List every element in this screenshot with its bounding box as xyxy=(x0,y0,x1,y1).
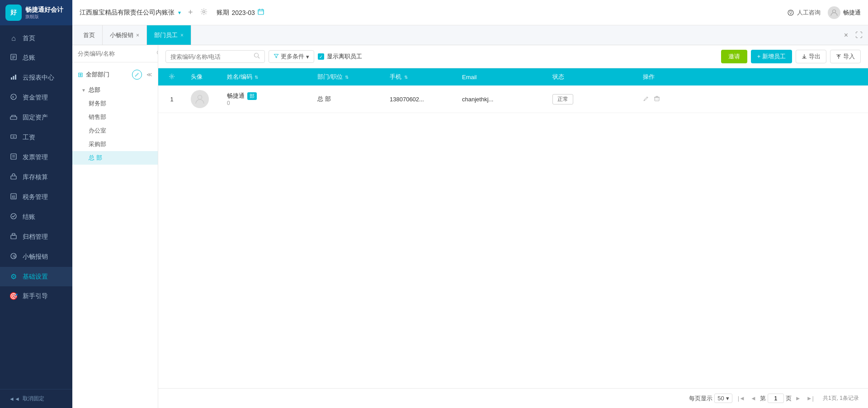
dept-child-office[interactable]: 办公室 xyxy=(72,124,158,138)
first-page-button[interactable]: |◄ xyxy=(736,394,747,403)
phone-sort-icon[interactable]: ⇅ xyxy=(404,75,408,80)
sidebar-item-label: 税务管理 xyxy=(23,193,48,201)
tab-expenses-close[interactable]: × xyxy=(136,32,139,38)
toolbar-right: 邀请 + 新增员工 导出 导入 xyxy=(721,50,861,63)
svg-rect-38 xyxy=(655,97,659,101)
svg-point-30 xyxy=(790,14,791,14)
invite-button[interactable]: 邀请 xyxy=(721,50,747,63)
cell-actions xyxy=(637,85,868,113)
maximize-icon[interactable]: ⛶ xyxy=(854,29,864,41)
status-badge: 正常 xyxy=(552,94,573,104)
dept-child-purchase[interactable]: 采购部 xyxy=(72,138,158,151)
svg-rect-9 xyxy=(10,117,17,119)
tab-expenses[interactable]: 小畅报销 × xyxy=(103,25,147,45)
sidebar-item-assets[interactable]: 固定资产 xyxy=(0,108,72,128)
right-panel: 更多条件 ▾ ✓ 显示离职员工 邀请 + 新增员工 导出 导入 xyxy=(158,45,868,408)
calendar-icon[interactable] xyxy=(258,9,264,16)
dept-child-sales[interactable]: 销售部 xyxy=(72,110,158,124)
sidebar-item-label: 首页 xyxy=(23,34,35,43)
sidebar-item-guide[interactable]: 🎯 新手引导 xyxy=(0,286,72,306)
svg-text:报: 报 xyxy=(12,255,16,258)
tab-employees[interactable]: 部门员工 × xyxy=(147,25,191,45)
sidebar-item-tax[interactable]: 税 税务管理 xyxy=(0,187,72,207)
delete-icon[interactable] xyxy=(654,95,660,103)
left-panel: ⊞ 全部部门 ≪ ▼ 总部 财务部 销售部 xyxy=(72,45,158,408)
import-button[interactable]: 导入 xyxy=(830,50,861,63)
per-page-value: 50 xyxy=(717,395,724,402)
emp-search-icon[interactable] xyxy=(254,52,260,61)
svg-text:税: 税 xyxy=(12,195,15,199)
cell-dept: 总 部 xyxy=(312,85,384,113)
settings-gear-icon[interactable] xyxy=(200,8,208,17)
sidebar-item-funds[interactable]: ¥ 资金管理 xyxy=(0,88,72,108)
topbar-right: 人工咨询 畅捷通 xyxy=(787,6,861,19)
dept-child-label: 销售部 xyxy=(89,114,106,120)
import-label: 导入 xyxy=(843,52,855,61)
edit-icon[interactable] xyxy=(643,95,649,103)
sidebar-item-ledger[interactable]: 总账 xyxy=(0,48,72,68)
sidebar-item-wages[interactable]: 工资 xyxy=(0,128,72,147)
col-phone: 手机 ⇅ xyxy=(384,68,457,85)
table-row: 1 畅捷通 部 0 xyxy=(158,85,868,113)
emp-search-input[interactable] xyxy=(170,53,251,60)
tab-employees-close[interactable]: × xyxy=(180,32,184,38)
cell-email: chanjethkj... xyxy=(457,85,547,113)
consultant-label: 人工咨询 xyxy=(797,9,821,17)
period-label: 账期 xyxy=(217,9,229,17)
emp-search-bar xyxy=(165,50,265,63)
svg-point-19 xyxy=(11,213,16,219)
consultant-button[interactable]: 人工咨询 xyxy=(787,9,821,17)
dept-child-general[interactable]: 总 部 xyxy=(72,151,158,165)
filter-label: 更多条件 xyxy=(281,52,304,61)
sidebar-item-expenses[interactable]: 报 小畅报销 xyxy=(0,247,72,267)
settings-col-icon[interactable] xyxy=(169,74,175,81)
last-page-button[interactable]: ►| xyxy=(805,394,816,403)
name-sort-icon[interactable]: ⇅ xyxy=(255,75,258,80)
dept-edit-button[interactable] xyxy=(132,70,142,80)
svg-point-37 xyxy=(198,95,202,100)
sidebar-item-label: 库存核算 xyxy=(23,173,48,181)
user-info[interactable]: 畅捷通 xyxy=(828,6,861,19)
show-resigned-checkbox[interactable]: ✓ 显示离职员工 xyxy=(318,52,362,61)
svg-text:¥: ¥ xyxy=(12,95,14,99)
emp-name: 畅捷通 xyxy=(227,92,245,100)
home-icon: ⌂ xyxy=(9,34,18,43)
cell-phone: 138070602... xyxy=(384,85,457,113)
dept-search-input[interactable] xyxy=(78,50,154,57)
page-number-input[interactable] xyxy=(768,394,784,403)
sidebar-unpin[interactable]: ◄◄ 取消固定 xyxy=(0,389,72,408)
tab-home[interactable]: 首页 xyxy=(76,25,103,45)
close-tab-icon[interactable]: × xyxy=(842,29,850,41)
dept-collapse-icon[interactable]: ≪ xyxy=(146,71,152,78)
page-suffix: 页 xyxy=(786,394,792,403)
export-button[interactable]: 导出 xyxy=(796,50,826,63)
add-employee-button[interactable]: + 新增员工 xyxy=(751,50,792,63)
sidebar-item-label: 固定资产 xyxy=(23,114,48,122)
dept-search-box xyxy=(72,45,158,62)
dept-sort-icon[interactable]: ⇅ xyxy=(345,75,349,80)
dept-expand-arrow: ▼ xyxy=(81,88,86,93)
logo-icon: 好 xyxy=(5,5,22,21)
sidebar-item-archive[interactable]: 归档管理 xyxy=(0,227,72,247)
dept-parent-headquarters[interactable]: ▼ 总部 xyxy=(72,83,158,97)
sidebar-item-settings[interactable]: ⚙ 基础设置 xyxy=(0,267,72,286)
sidebar-item-home[interactable]: ⌂ 首页 xyxy=(0,29,72,48)
page-size-arrow: ▾ xyxy=(726,395,729,402)
tab-bar-right: × ⛶ xyxy=(842,29,868,41)
company-dropdown-icon[interactable]: ▾ xyxy=(178,9,181,16)
tab-bar: 首页 小畅报销 × 部门员工 × × ⛶ xyxy=(72,25,868,45)
sidebar-item-close-accounts[interactable]: 结账 xyxy=(0,207,72,227)
filter-button[interactable]: 更多条件 ▾ xyxy=(269,50,314,63)
dept-child-finance[interactable]: 财务部 xyxy=(72,97,158,110)
archive-icon xyxy=(9,232,18,242)
all-dept-header[interactable]: ⊞ 全部部门 ≪ xyxy=(72,66,158,83)
next-page-button[interactable]: ► xyxy=(793,394,803,403)
sidebar-item-inventory[interactable]: 库存核算 xyxy=(0,167,72,187)
username-label: 畅捷通 xyxy=(843,9,861,17)
add-company-icon[interactable]: + xyxy=(184,8,197,17)
inventory-icon xyxy=(9,173,18,182)
page-size-dropdown[interactable]: 50 ▾ xyxy=(714,394,732,403)
sidebar-item-invoices[interactable]: 发票管理 xyxy=(0,147,72,167)
sidebar-item-reports[interactable]: 云报表中心 xyxy=(0,68,72,88)
prev-page-button[interactable]: ◄ xyxy=(749,394,758,403)
